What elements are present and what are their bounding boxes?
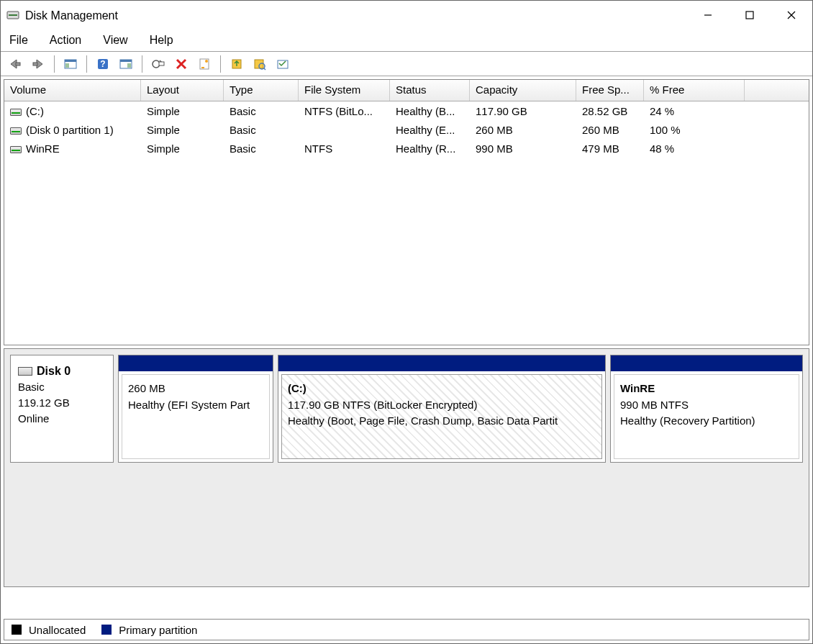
header-layout[interactable]: Layout: [141, 80, 224, 101]
cell-capacity: 990 MB: [470, 141, 576, 156]
svg-rect-6: [16, 63, 20, 65]
header-status[interactable]: Status: [390, 80, 470, 101]
svg-rect-7: [33, 63, 37, 65]
legend: Unallocated Primary partition: [4, 619, 809, 640]
cell-status: Healthy (R...: [390, 141, 470, 156]
svg-rect-3: [746, 12, 753, 19]
cell-capacity: 117.90 GB: [470, 104, 576, 119]
minimize-button[interactable]: [687, 1, 729, 30]
partition[interactable]: (C:)117.90 GB NTFS (BitLocker Encrypted)…: [278, 355, 606, 463]
close-button[interactable]: [771, 1, 812, 30]
cell-free: 479 MB: [576, 141, 644, 156]
window-title: Disk Management: [25, 8, 687, 22]
header-pct-free[interactable]: % Free: [644, 80, 745, 101]
cell-filesystem: [299, 128, 390, 131]
disk-meta[interactable]: Disk 0 Basic 119.12 GB Online: [10, 355, 114, 463]
partition[interactable]: WinRE990 MB NTFSHealthy (Recovery Partit…: [610, 355, 803, 463]
maximize-button[interactable]: [729, 1, 771, 30]
cell-status: Healthy (B...: [390, 104, 470, 119]
menu-help[interactable]: Help: [147, 32, 176, 48]
volume-list-body: (C:)SimpleBasicNTFS (BitLo...Healthy (B.…: [4, 101, 809, 158]
toolbar-separator: [86, 55, 87, 73]
svg-rect-9: [65, 60, 76, 62]
show-hide-action-pane-button[interactable]: [116, 54, 136, 74]
cell-pct: 24 %: [644, 104, 745, 119]
partition-stripe: [119, 355, 273, 371]
disk-row: Disk 0 Basic 119.12 GB Online 260 MBHeal…: [4, 349, 809, 468]
cell-type: Basic: [224, 141, 299, 156]
cell-pct: 48 %: [644, 141, 745, 156]
filler: [1, 587, 812, 616]
show-hide-console-tree-button[interactable]: [60, 54, 81, 74]
menu-action[interactable]: Action: [47, 32, 84, 48]
properties-button[interactable]: [194, 54, 214, 74]
cell-volume: (Disk 0 partition 1): [4, 122, 141, 137]
disk-icon: [10, 127, 22, 135]
partition-stripe: [278, 355, 605, 371]
svg-line-25: [264, 68, 265, 70]
find-button[interactable]: [250, 54, 270, 74]
toolbar-separator: [54, 55, 55, 73]
disk-graphic-pane[interactable]: Disk 0 Basic 119.12 GB Online 260 MBHeal…: [4, 348, 809, 587]
disk-size: 119.12 GB: [18, 396, 70, 409]
cell-layout: Simple: [141, 104, 224, 119]
delete-button[interactable]: [171, 54, 191, 74]
disk-state: Online: [18, 412, 49, 425]
window-buttons: [687, 1, 812, 30]
cell-volume: (C:): [4, 104, 141, 119]
nav-back-button[interactable]: [5, 54, 25, 74]
volume-row[interactable]: (C:)SimpleBasicNTFS (BitLo...Healthy (B.…: [4, 101, 809, 120]
svg-text:?: ?: [100, 59, 105, 69]
svg-rect-17: [159, 62, 164, 65]
header-volume[interactable]: Volume: [4, 80, 141, 101]
partition[interactable]: 260 MBHealthy (EFI System Part: [118, 355, 273, 463]
toolbar-separator: [142, 55, 142, 73]
svg-rect-14: [120, 60, 132, 62]
rescan-disks-button[interactable]: [227, 54, 247, 74]
cell-volume: WinRE: [4, 141, 141, 156]
disk-type: Basic: [18, 381, 45, 393]
volume-row[interactable]: WinRESimpleBasicNTFSHealthy (R...990 MB4…: [4, 139, 809, 158]
svg-point-21: [205, 60, 208, 63]
menu-file[interactable]: File: [6, 32, 31, 48]
toolbar: ?: [1, 52, 812, 76]
volume-list[interactable]: Volume Layout Type File System Status Ca…: [4, 79, 809, 345]
disk-icon: [10, 146, 22, 153]
partitions-container: 260 MBHealthy (EFI System Part(C:)117.90…: [118, 355, 803, 463]
legend-primary-label: Primary partition: [119, 624, 197, 636]
partition-stripe: [611, 355, 802, 371]
legend-swatch-unallocated: [12, 625, 22, 635]
header-type[interactable]: Type: [224, 80, 299, 101]
window: Disk Management File Action View Help: [0, 0, 813, 644]
menubar: File Action View Help: [1, 30, 812, 51]
nav-forward-button[interactable]: [28, 54, 48, 74]
svg-rect-1: [9, 14, 17, 16]
partition-body: WinRE990 MB NTFSHealthy (Recovery Partit…: [614, 374, 799, 459]
legend-unallocated-label: Unallocated: [29, 624, 86, 636]
volume-list-header: Volume Layout Type File System Status Ca…: [4, 80, 809, 101]
cell-status: Healthy (E...: [390, 122, 470, 137]
refresh-button[interactable]: [148, 54, 168, 74]
header-capacity[interactable]: Capacity: [470, 80, 576, 101]
cell-free: 260 MB: [576, 122, 644, 137]
toolbar-separator: [220, 55, 221, 73]
disk-name: Disk 0: [37, 365, 71, 377]
partition-body: (C:)117.90 GB NTFS (BitLocker Encrypted)…: [281, 374, 602, 459]
disk-icon: [10, 109, 22, 116]
cell-pct: 100 %: [644, 122, 745, 137]
titlebar: Disk Management: [1, 1, 812, 30]
settings-button[interactable]: [273, 54, 293, 74]
cell-capacity: 260 MB: [470, 122, 576, 137]
svg-rect-15: [127, 63, 131, 68]
partition-body: 260 MBHealthy (EFI System Part: [122, 374, 270, 459]
cell-type: Basic: [224, 104, 299, 119]
menu-view[interactable]: View: [100, 32, 130, 48]
svg-rect-10: [65, 63, 69, 68]
app-icon: [6, 9, 19, 22]
header-filesystem[interactable]: File System: [299, 80, 390, 101]
disk-icon: [18, 367, 32, 376]
volume-row[interactable]: (Disk 0 partition 1)SimpleBasicHealthy (…: [4, 120, 809, 139]
help-button[interactable]: ?: [93, 54, 113, 74]
legend-swatch-primary: [101, 625, 112, 635]
header-free-space[interactable]: Free Sp...: [576, 80, 644, 101]
